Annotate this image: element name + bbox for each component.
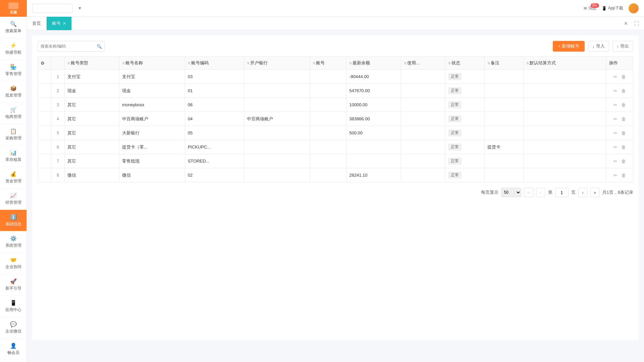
- prev-page-button[interactable]: ‹: [536, 188, 545, 197]
- first-page-button[interactable]: «: [524, 188, 533, 197]
- sidebar-item-operation[interactable]: 📈 经营管理: [0, 188, 26, 210]
- sidebar-item-apps[interactable]: 📱 应用中心: [0, 296, 26, 317]
- app-download-button[interactable]: 📱 App下载: [602, 5, 623, 11]
- row-default-settle-2: [523, 98, 606, 112]
- table-remark-header: ⇅备注: [485, 57, 523, 70]
- export-button[interactable]: ↑ 导出: [612, 41, 634, 52]
- edit-button-7[interactable]: ✏: [613, 173, 618, 178]
- delete-button-0[interactable]: 🗑: [621, 74, 626, 79]
- row-actions-5: ✏ 🗑: [606, 140, 633, 154]
- row-account-7: [310, 168, 346, 182]
- sidebar-item-label: 新手引导: [5, 286, 21, 291]
- row-default-settle-1: [523, 84, 606, 98]
- edit-button-0[interactable]: ✏: [613, 74, 618, 79]
- row-account-2: [310, 98, 346, 112]
- row-code-5: PICKUPC...: [185, 140, 244, 154]
- row-num-4: 5: [51, 126, 65, 140]
- row-balance-2: 10000.00: [346, 98, 401, 112]
- edit-button-3[interactable]: ✏: [613, 116, 618, 122]
- edit-button-4[interactable]: ✏: [613, 130, 618, 136]
- sidebar-item-label: 资金管理: [5, 178, 21, 184]
- search-input[interactable]: [38, 41, 105, 52]
- row-remark-3: [485, 112, 523, 126]
- row-usage-2: [401, 98, 445, 112]
- row-bank-7: [244, 168, 310, 182]
- row-remark-7: [485, 168, 523, 182]
- row-settings-2[interactable]: [38, 98, 51, 112]
- sidebar-item-wechat[interactable]: 💬 企业微信: [0, 317, 26, 339]
- sidebar-item-enterprise[interactable]: 🤝 企业协同: [0, 253, 26, 274]
- row-settings-5[interactable]: [38, 140, 51, 154]
- row-bank-0: [244, 70, 310, 84]
- row-code-0: 03: [185, 70, 244, 84]
- sidebar-item-system[interactable]: ⚙️ 系统管理: [0, 231, 26, 253]
- sidebar-item-purchase[interactable]: 📋 采购管理: [0, 124, 26, 145]
- window-close-icon[interactable]: ✕: [622, 19, 630, 27]
- edit-button-6[interactable]: ✏: [613, 159, 618, 164]
- app-version: 乐版: [10, 10, 17, 15]
- avatar[interactable]: [629, 3, 639, 13]
- sidebar-item-search[interactable]: 🔍 搜索菜单: [0, 17, 26, 38]
- tab-account[interactable]: 账号 ✕: [47, 17, 72, 30]
- table-settings-header[interactable]: ⚙: [38, 57, 51, 70]
- tab-home[interactable]: 首页: [27, 17, 47, 30]
- page-size-select[interactable]: 50 20 100: [501, 188, 521, 197]
- import-button[interactable]: ↓ 导入: [588, 41, 609, 52]
- row-code-3: 04: [185, 112, 244, 126]
- row-settings-3[interactable]: [38, 112, 51, 126]
- sidebar-item-basic[interactable]: ℹ️ 基础信息: [0, 210, 26, 231]
- quick-nav-icon: ⚡: [10, 42, 17, 49]
- inventory-icon: 📊: [10, 149, 17, 156]
- search-icon[interactable]: 🔍: [97, 44, 102, 49]
- row-settings-4[interactable]: [38, 126, 51, 140]
- row-status-5: 正常: [445, 140, 484, 154]
- delete-button-3[interactable]: 🗑: [621, 116, 626, 122]
- sidebar-item-wholesale[interactable]: 📦 批发管理: [0, 81, 26, 103]
- row-settings-0[interactable]: [38, 70, 51, 84]
- row-settings-6[interactable]: [38, 154, 51, 168]
- table-row: 6 其它 提货卡（零... PICKUPC... 正常 提货卡 ✏ 🗑: [38, 140, 633, 154]
- row-default-settle-7: [523, 168, 606, 182]
- delete-button-1[interactable]: 🗑: [621, 88, 626, 94]
- row-account-1: [310, 84, 346, 98]
- sidebar-item-guide[interactable]: 🚀 新手引导: [0, 274, 26, 296]
- delete-button-4[interactable]: 🗑: [621, 130, 626, 136]
- row-num-1: 2: [51, 84, 65, 98]
- next-page-button[interactable]: ›: [578, 188, 588, 197]
- sidebar-item-member[interactable]: 👤 畅会员: [0, 339, 26, 360]
- table-default-settle-header: ⇅默认结算方式: [523, 57, 606, 70]
- row-bank-5: [244, 140, 310, 154]
- row-settings-7[interactable]: [38, 168, 51, 182]
- row-settings-1[interactable]: [38, 84, 51, 98]
- edit-button-1[interactable]: ✏: [613, 88, 618, 94]
- sidebar-item-finance[interactable]: 💰 资金管理: [0, 167, 26, 188]
- search-menu-icon: 🔍: [10, 21, 17, 27]
- delete-button-2[interactable]: 🗑: [621, 102, 626, 108]
- row-code-1: 01: [185, 84, 244, 98]
- sidebar-item-retail[interactable]: 🏪 零售管理: [0, 60, 26, 81]
- delete-button-5[interactable]: 🗑: [621, 144, 626, 150]
- sidebar-item-inventory[interactable]: 📊 库存核算: [0, 145, 26, 167]
- tab-account-label: 账号: [52, 20, 61, 26]
- row-account-0: [310, 70, 346, 84]
- delete-button-6[interactable]: 🗑: [621, 159, 626, 164]
- message-button[interactable]: ✉ 消息 99+: [584, 5, 596, 11]
- window-maximize-icon[interactable]: ⛶: [633, 19, 641, 27]
- row-remark-6: [485, 154, 523, 168]
- row-balance-3: 383866.00: [346, 112, 401, 126]
- edit-button-2[interactable]: ✏: [613, 102, 618, 108]
- top-search-input[interactable]: [32, 4, 72, 13]
- last-page-button[interactable]: »: [590, 188, 600, 197]
- dropdown-button[interactable]: ▼: [76, 4, 84, 12]
- header-right: ✉ 消息 99+ 📱 App下载: [584, 3, 639, 13]
- row-balance-0: -90444.00: [346, 70, 401, 84]
- tab-close-icon[interactable]: ✕: [63, 21, 66, 26]
- row-status-4: 正常: [445, 126, 484, 140]
- row-default-settle-5: [523, 140, 606, 154]
- delete-button-7[interactable]: 🗑: [621, 173, 626, 178]
- sidebar-item-ecommerce[interactable]: 🛒 电商管理: [0, 103, 26, 124]
- add-account-button[interactable]: + 新增账号: [553, 41, 585, 52]
- page-number-input[interactable]: [555, 188, 569, 197]
- sidebar-item-quick[interactable]: ⚡ 快捷导航: [0, 38, 26, 60]
- edit-button-5[interactable]: ✏: [613, 144, 618, 150]
